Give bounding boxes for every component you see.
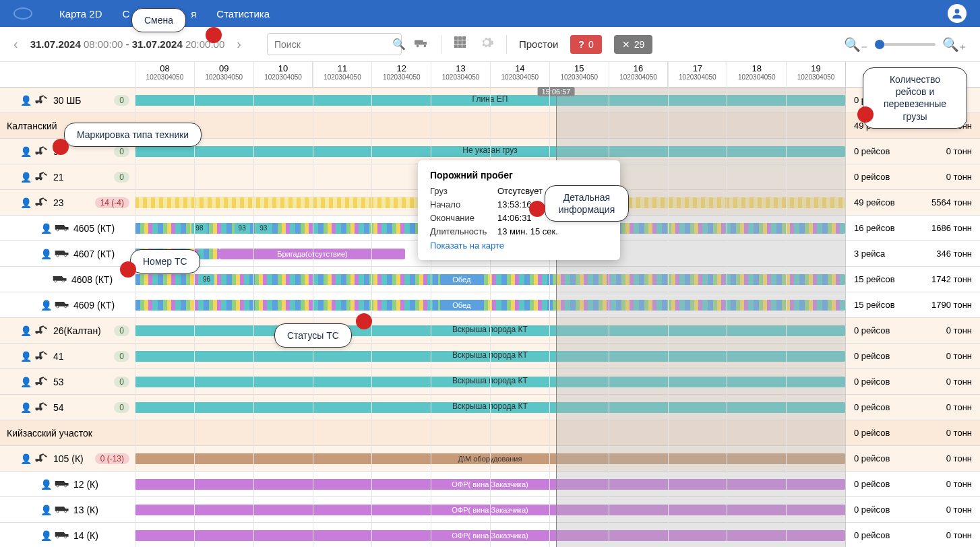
- zoom-slider[interactable]: [875, 43, 936, 46]
- avatar-icon[interactable]: [948, 4, 967, 23]
- svg-point-14: [36, 102, 38, 104]
- excavator-icon: [34, 171, 49, 183]
- search-icon[interactable]: 🔍: [392, 38, 406, 51]
- svg-point-3: [417, 45, 419, 48]
- nav-map2d[interactable]: Карта 2D: [59, 8, 102, 20]
- trips-count: 3 рейса: [854, 249, 908, 259]
- marker[interactable]: 93: [235, 223, 250, 234]
- resource-row[interactable]: 👤12 (К): [0, 472, 135, 497]
- excavator-icon: [34, 146, 49, 157]
- resource-name: 30 ШБ: [53, 95, 81, 106]
- tooltip-map-link[interactable]: Показать на карте: [430, 240, 608, 251]
- status-segment[interactable]: Обед: [440, 274, 483, 285]
- hour-column: 141020304050: [490, 62, 549, 87]
- resource-row[interactable]: 👤30 ШБ0: [0, 88, 135, 113]
- tooltip-title: Порожний пробег: [430, 170, 608, 181]
- timeline-area[interactable]: 0810203040500910203040501010203040501110…: [135, 62, 845, 547]
- resource-name: 4605 (КТ): [73, 223, 115, 234]
- status-segment[interactable]: Обед: [440, 300, 483, 311]
- summary-row: 0 рейсов0 тонн: [846, 497, 980, 523]
- summary-row: 0 рейсов0 тонн: [846, 164, 980, 190]
- hour-column: 081020304050: [135, 62, 194, 87]
- resource-row[interactable]: 4608 (КТ): [0, 267, 135, 292]
- resource-row[interactable]: 👤2314 (-4): [0, 190, 135, 216]
- resource-row[interactable]: 👤105 (К)0 (-13): [0, 446, 135, 472]
- grid-icon[interactable]: [454, 36, 467, 53]
- tons-count: 0 тонн: [946, 428, 972, 438]
- resource-row[interactable]: 👤26(Калтан)0: [0, 318, 135, 344]
- settings-icon[interactable]: [479, 35, 494, 53]
- resource-name: 12 (К): [73, 479, 98, 490]
- nav-prefix: С: [122, 8, 129, 20]
- excavator-icon: [34, 401, 49, 413]
- downtime-unknown-badge[interactable]: ?0: [570, 35, 601, 54]
- nav-stats[interactable]: Статистика: [216, 8, 270, 20]
- prev-range-button[interactable]: ‹: [13, 36, 18, 52]
- trips-count: 16 рейсов: [854, 223, 908, 233]
- tons-count: 0 тонн: [946, 453, 972, 463]
- trips-count: 0 рейсов: [854, 172, 908, 182]
- truck-icon: [55, 529, 69, 541]
- resource-row[interactable]: 👤530: [0, 369, 135, 395]
- count-badge: 0: [114, 402, 129, 413]
- summary-row: 0 рейсов0 тонн: [846, 472, 980, 497]
- resource-row[interactable]: 👤410: [0, 344, 135, 369]
- search-input[interactable]: [274, 39, 392, 50]
- resource-name: 4609 (КТ): [73, 300, 115, 311]
- summary-row: 0 рейсов0 тонн: [846, 420, 980, 446]
- person-icon: 👤: [20, 402, 32, 413]
- resource-row[interactable]: 👤14 (К): [0, 523, 135, 547]
- current-time-label: 15:06:57: [538, 87, 575, 96]
- marker[interactable]: 98: [191, 223, 207, 234]
- resource-row[interactable]: 👤4609 (КТ): [0, 292, 135, 318]
- marker[interactable]: 96: [199, 274, 214, 285]
- svg-point-20: [36, 204, 38, 206]
- person-icon: 👤: [40, 223, 52, 234]
- zoom-in-icon[interactable]: 🔍₊: [942, 36, 967, 53]
- resource-row[interactable]: 👤4607 (КТ): [0, 241, 135, 267]
- tons-count: 0 тонн: [946, 377, 972, 387]
- truck-icon: [55, 299, 69, 311]
- truck-icon: [53, 274, 67, 285]
- resource-name: 14 (К): [73, 530, 98, 541]
- group-row[interactable]: Кийзасский участок: [0, 420, 135, 446]
- dot: [120, 261, 136, 278]
- resource-row[interactable]: 👤540: [0, 395, 135, 420]
- tons-count: 1686 тонн: [931, 223, 972, 233]
- trips-count: 0 рейсов: [854, 505, 908, 515]
- person-icon: 👤: [20, 172, 32, 183]
- resource-row[interactable]: 👤4605 (КТ): [0, 216, 135, 241]
- hour-column: 111020304050: [312, 62, 371, 87]
- callout-trips: Количество рейсов и перевезенные грузы: [863, 67, 967, 129]
- status-bar[interactable]: Бригада(отсутствие): [220, 249, 404, 259]
- resource-name: 4608 (КТ): [71, 274, 113, 285]
- marker[interactable]: 93: [255, 223, 271, 234]
- hour-column: 091020304050: [194, 62, 253, 87]
- resource-name: 26(Калтан): [53, 325, 101, 336]
- svg-rect-8: [454, 40, 458, 44]
- hour-column: 161020304050: [609, 62, 668, 87]
- excavator-icon: [34, 94, 49, 106]
- svg-point-19: [40, 179, 42, 181]
- resource-name: 41: [53, 351, 64, 362]
- resource-row[interactable]: 👤210: [0, 164, 135, 190]
- summary-row: 49 рейсов5564 тонн: [846, 190, 980, 216]
- person-icon: 👤: [40, 530, 52, 541]
- svg-point-30: [36, 332, 38, 334]
- vehicle-filter-icon[interactable]: [414, 36, 429, 52]
- search-box[interactable]: 🔍: [267, 33, 402, 55]
- downtime-maint-badge[interactable]: ✕29: [614, 35, 653, 54]
- svg-point-26: [55, 280, 57, 282]
- svg-point-37: [40, 409, 42, 411]
- svg-point-22: [57, 229, 59, 231]
- resource-row[interactable]: 👤13 (К): [0, 497, 135, 523]
- resource-name: 13 (К): [73, 505, 98, 515]
- svg-point-16: [36, 153, 38, 155]
- next-range-button[interactable]: ›: [237, 36, 241, 52]
- resource-name: 105 (К): [53, 453, 84, 464]
- divider: [441, 35, 441, 54]
- svg-point-32: [36, 358, 38, 360]
- sidebar-header-blank: [0, 62, 135, 88]
- count-badge: 0: [114, 351, 129, 362]
- zoom-out-icon[interactable]: 🔍₋: [844, 36, 868, 53]
